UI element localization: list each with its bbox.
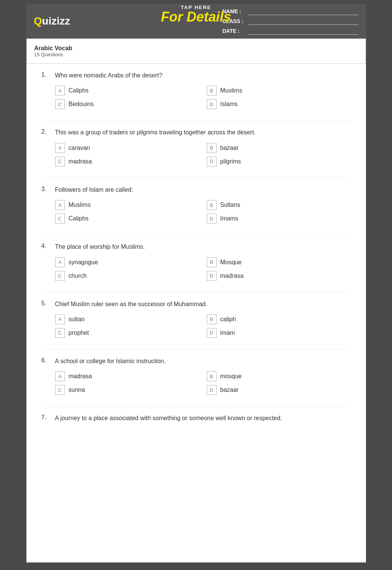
- divider-1: [42, 120, 351, 121]
- option-item-5-C[interactable]: Cprophet: [55, 328, 199, 338]
- question-number-3: 3.: [42, 186, 55, 193]
- question-row-6: 6.A school or college for Islamic instru…: [42, 357, 351, 365]
- option-item-5-A[interactable]: Asultan: [55, 314, 199, 324]
- options-grid-2: AcaravanBbazaarCmadrasaDpilgrims: [55, 143, 351, 166]
- question-block-3: 3.Followers of Islam are called:AMuslims…: [42, 186, 351, 223]
- option-item-2-B[interactable]: Bbazaar: [207, 143, 351, 153]
- option-letter-4-C: C: [55, 271, 65, 281]
- option-text-2-B: bazaar: [220, 145, 239, 151]
- option-text-4-D: madrasa: [220, 273, 244, 279]
- option-item-2-D[interactable]: Dpilgrims: [207, 157, 351, 166]
- option-letter-6-A: A: [55, 371, 65, 381]
- logo-q: Q: [34, 15, 42, 27]
- quiz-subtitle: 15 Questions: [34, 52, 358, 57]
- option-text-4-B: Mosque: [220, 259, 242, 266]
- class-field: CLASS :: [223, 17, 358, 25]
- question-block-1: 1.Who were nomadic Arabs of the desert?A…: [42, 71, 351, 109]
- option-item-1-A[interactable]: ACaliphs: [55, 86, 199, 96]
- option-item-1-B[interactable]: BMuslims: [207, 86, 351, 96]
- option-item-4-A[interactable]: Asynagogue: [55, 257, 199, 267]
- option-letter-1-D: D: [207, 99, 217, 109]
- question-text-3: Followers of Islam are called:: [55, 186, 351, 194]
- question-number-2: 2.: [42, 128, 55, 135]
- option-letter-4-B: B: [207, 257, 217, 267]
- divider-5: [42, 349, 351, 350]
- question-number-1: 1.: [42, 71, 55, 78]
- options-grid-6: AmadrasaBmosqueCsunnaDbazaar: [55, 371, 351, 395]
- option-item-6-C[interactable]: Csunna: [55, 385, 199, 395]
- option-item-3-D[interactable]: DImams: [207, 214, 351, 223]
- option-text-6-A: madrasa: [69, 373, 92, 380]
- question-number-4: 4.: [42, 243, 55, 250]
- question-number-6: 6.: [42, 357, 55, 364]
- option-text-1-B: Muslims: [220, 87, 243, 94]
- option-item-5-B[interactable]: Bcaliph: [207, 314, 351, 324]
- option-item-6-B[interactable]: Bmosque: [207, 371, 351, 381]
- option-item-6-A[interactable]: Amadrasa: [55, 371, 199, 381]
- question-text-4: The place of worship for Muslims.: [55, 243, 351, 251]
- question-block-6: 6.A school or college for Islamic instru…: [42, 357, 351, 395]
- option-item-2-A[interactable]: Acaravan: [55, 143, 199, 153]
- option-text-2-C: madrasa: [69, 158, 92, 165]
- quiz-title: Arabic Vocab: [34, 45, 358, 52]
- divider-4: [42, 292, 351, 293]
- logo-text: Quizizz: [34, 15, 70, 27]
- question-block-7: 7.A journey to a place associated with s…: [42, 414, 351, 422]
- option-letter-3-B: B: [207, 200, 217, 210]
- question-row-3: 3.Followers of Islam are called:: [42, 186, 351, 194]
- option-text-1-A: Caliphs: [69, 87, 89, 94]
- option-text-2-D: pilgrims: [220, 158, 241, 165]
- option-text-3-C: Caliphs: [69, 215, 89, 222]
- date-field: DATE :: [223, 27, 358, 35]
- option-letter-6-C: C: [55, 385, 65, 395]
- option-item-1-C[interactable]: CBedouins: [55, 99, 199, 109]
- class-input-line[interactable]: [248, 17, 358, 25]
- option-item-4-C[interactable]: Cchurch: [55, 271, 199, 281]
- options-grid-1: ACaliphsBMuslimsCBedouinsDIslams: [55, 86, 351, 109]
- question-block-2: 2.This was a group of traders or pilgrim…: [42, 128, 351, 166]
- info-bar: Arabic Vocab 15 Questions: [26, 39, 366, 64]
- option-item-6-D[interactable]: Dbazaar: [207, 385, 351, 395]
- option-text-4-A: synagogue: [69, 259, 98, 266]
- date-input-line[interactable]: [248, 27, 358, 35]
- divider-6: [42, 406, 351, 407]
- option-item-4-D[interactable]: Dmadrasa: [207, 271, 351, 281]
- option-item-2-C[interactable]: Cmadrasa: [55, 157, 199, 166]
- question-number-5: 5.: [42, 300, 55, 307]
- quizizz-logo: Quizizz: [34, 15, 70, 27]
- option-letter-3-D: D: [207, 214, 217, 223]
- option-text-6-D: bazaar: [220, 387, 239, 393]
- option-item-3-B[interactable]: BSultans: [207, 200, 351, 210]
- header-fields: NAME : CLASS : DATE :: [223, 8, 358, 35]
- question-text-5: Chief Muslim ruler seen as the successor…: [55, 300, 351, 308]
- option-letter-1-C: C: [55, 99, 65, 109]
- option-item-3-A[interactable]: AMuslims: [55, 200, 199, 210]
- option-item-1-D[interactable]: DIslams: [207, 99, 351, 109]
- option-letter-2-B: B: [207, 143, 217, 153]
- option-text-1-D: Islams: [220, 101, 238, 108]
- option-text-2-A: caravan: [69, 145, 90, 151]
- option-item-5-D[interactable]: Dimam: [207, 328, 351, 338]
- logo-rest: uizizz: [42, 15, 70, 27]
- option-letter-5-A: A: [55, 314, 65, 324]
- option-text-3-D: Imams: [220, 215, 238, 222]
- option-letter-2-C: C: [55, 157, 65, 166]
- question-row-5: 5.Chief Muslim ruler seen as the success…: [42, 300, 351, 308]
- option-text-1-C: Bedouins: [69, 101, 94, 108]
- question-block-5: 5.Chief Muslim ruler seen as the success…: [42, 300, 351, 338]
- name-field: NAME :: [223, 8, 358, 15]
- option-letter-2-A: A: [55, 143, 65, 153]
- option-item-4-B[interactable]: BMosque: [207, 257, 351, 267]
- options-grid-4: AsynagogueBMosqueCchurchDmadrasa: [55, 257, 351, 281]
- question-text-2: This was a group of traders or pilgrims …: [55, 128, 351, 137]
- name-input-line[interactable]: [248, 8, 358, 15]
- question-row-2: 2.This was a group of traders or pilgrim…: [42, 128, 351, 137]
- question-text-1: Who were nomadic Arabs of the desert?: [55, 71, 351, 80]
- option-letter-2-D: D: [207, 157, 217, 166]
- for-details-label: For Details: [161, 10, 231, 24]
- option-text-5-C: prophet: [69, 330, 89, 336]
- quiz-info: Arabic Vocab 15 Questions: [34, 45, 358, 57]
- option-text-5-A: sultan: [69, 316, 85, 323]
- tap-here-banner[interactable]: TAP HERE For Details: [161, 5, 231, 24]
- option-item-3-C[interactable]: CCaliphs: [55, 214, 199, 223]
